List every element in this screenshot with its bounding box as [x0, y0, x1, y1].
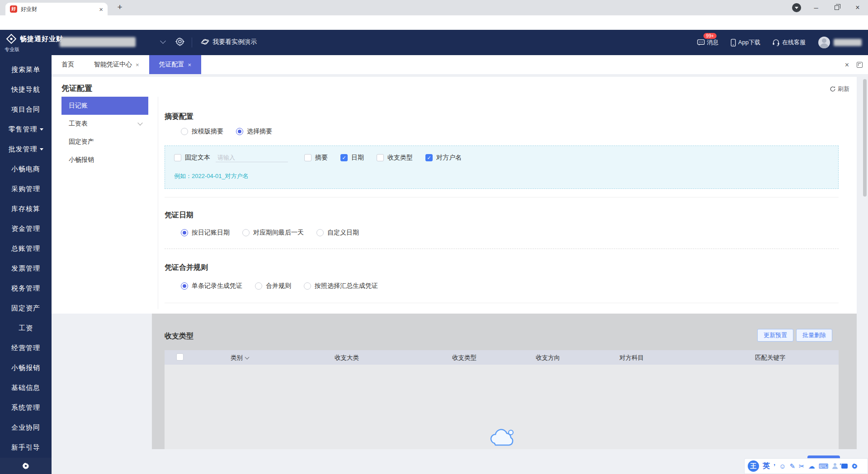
config-nav-payroll-sheet[interactable]: 工资表 [61, 115, 148, 133]
sidebar-gear-icon[interactable] [22, 462, 30, 470]
extension-indicator-icon[interactable] [792, 3, 801, 12]
refresh-label: 刷新 [838, 85, 849, 93]
minimize-button[interactable]: ─ [806, 0, 826, 15]
select-all-checkbox[interactable] [176, 353, 184, 361]
avatar[interactable] [818, 37, 830, 48]
sidebar-item-general-ledger[interactable]: 总账管理 [0, 239, 52, 258]
tab-home[interactable]: 首页 [52, 55, 84, 74]
radio-summary-by-selection[interactable]: 按照选择汇总生成凭证 [304, 282, 378, 290]
app-header: 畅捷通好业财 专业版 我要看实例演示 消息 99+ App下载 在线客服 [0, 30, 868, 55]
demo-link[interactable]: 我要看实例演示 [201, 38, 257, 46]
ime-cloud-icon[interactable]: ☁ [808, 462, 815, 470]
ime-language-toggle[interactable]: 英 [763, 461, 770, 471]
update-preset-button[interactable]: 更新预置 [757, 329, 793, 342]
ime-account-icon[interactable] [832, 463, 838, 469]
dropdown-triangle-icon [40, 128, 43, 131]
header-gear-icon[interactable] [175, 37, 184, 48]
voucher-date-title: 凭证日期 [165, 211, 193, 220]
checkbox-income-type[interactable]: 收支类型 [377, 154, 413, 162]
empty-state-cloud-icon [488, 428, 516, 449]
restore-button[interactable] [826, 0, 847, 15]
checkbox-icon [174, 154, 181, 161]
config-nav-expense[interactable]: 小畅报销 [61, 151, 148, 169]
radio-merge-rule[interactable]: 合并规则 [255, 282, 291, 290]
checkbox-icon [176, 353, 184, 361]
checkbox-icon [304, 154, 311, 161]
radio-template-summary[interactable]: 按模版摘要 [181, 127, 223, 136]
sidebar-item-search-menu[interactable]: 搜索菜单 [0, 60, 52, 80]
ime-settings-gear-icon[interactable] [851, 463, 858, 469]
header-divider [192, 38, 192, 47]
fullscreen-icon[interactable] [857, 62, 863, 68]
column-category[interactable]: 类别 [231, 354, 249, 362]
new-tab-button[interactable]: + [114, 2, 126, 14]
sidebar-item-system[interactable]: 系统管理 [0, 398, 52, 418]
support-link[interactable]: 在线客服 [772, 38, 806, 47]
checkbox-summary[interactable]: 摘要 [304, 154, 328, 162]
column-counter-account: 对方科目 [619, 354, 644, 362]
ime-scissors-icon[interactable]: ✂ [799, 462, 805, 470]
config-nav-journal[interactable]: 日记账 [61, 97, 148, 115]
summary-builder-box: 固定文本 摘要 日期 收支类型 对方户名 例如：2022-04-01_对方户名 [165, 145, 839, 189]
sidebar-item-payroll[interactable]: 工资 [0, 318, 52, 338]
sidebar-item-purchase[interactable]: 采购管理 [0, 179, 52, 199]
sidebar-item-expense[interactable]: 小畅报销 [0, 358, 52, 378]
ime-logo-icon[interactable]: 王 [748, 460, 759, 472]
sidebar-item-invoice[interactable]: 发票管理 [0, 258, 52, 278]
radio-single-record[interactable]: 单条记录生成凭证 [181, 282, 242, 290]
tab-close-icon[interactable]: × [99, 5, 103, 13]
radio-select-summary[interactable]: 选择摘要 [236, 127, 272, 136]
config-nav-fixed-assets[interactable]: 固定资产 [61, 133, 148, 151]
chanjet-logo-icon [5, 33, 17, 45]
sidebar-item-operations[interactable]: 经营管理 [0, 338, 52, 358]
company-caret-icon[interactable] [160, 38, 166, 44]
column-direction: 收支方向 [536, 354, 560, 362]
browser-tab-strip: 好 好业财 × + ─ × [0, 0, 868, 15]
radio-journal-date[interactable]: 按日记账日期 [181, 229, 230, 237]
sidebar-item-project-contract[interactable]: 项目合同 [0, 99, 52, 119]
tab-voucher-center[interactable]: 智能凭证中心× [84, 55, 149, 74]
tab-voucher-config[interactable]: 凭证配置× [149, 55, 202, 74]
company-selector-redacted[interactable] [60, 37, 136, 47]
tab-close-icon[interactable]: × [136, 61, 139, 68]
checkbox-fixed-text[interactable]: 固定文本 [174, 154, 210, 162]
headset-icon [772, 39, 780, 46]
sidebar-item-basic-info[interactable]: 基础信息 [0, 378, 52, 398]
sidebar-item-quick-nav[interactable]: 快捷导航 [0, 80, 52, 99]
tabs-close-all-icon[interactable]: × [845, 61, 849, 69]
app-download-link[interactable]: App下载 [731, 38, 760, 47]
radio-custom-date[interactable]: 自定义日期 [316, 229, 359, 237]
merge-rule-radio-group: 单条记录生成凭证 合并规则 按照选择汇总生成凭证 [181, 282, 391, 290]
column-major-class: 收支大类 [335, 354, 359, 362]
tab-close-icon[interactable]: × [188, 61, 192, 68]
sidebar-item-tax[interactable]: 税务管理 [0, 278, 52, 298]
ime-emoji-icon[interactable]: ☺ [779, 462, 786, 470]
chevron-down-icon [245, 355, 250, 360]
phone-icon [731, 39, 736, 47]
sidebar-item-ecommerce[interactable]: 小畅电商 [0, 159, 52, 179]
demo-planet-icon [201, 38, 209, 46]
ime-skin-icon[interactable] [841, 464, 848, 469]
sidebar-item-beginner-guide[interactable]: 新手引导 [0, 437, 52, 457]
radio-period-last-day[interactable]: 对应期间最后一天 [242, 229, 304, 237]
support-label: 在线客服 [782, 38, 806, 47]
checkbox-counterparty[interactable]: 对方户名 [425, 154, 462, 162]
browser-tab[interactable]: 好 好业财 × [5, 3, 108, 15]
sidebar-item-funds[interactable]: 资金管理 [0, 219, 52, 239]
fixed-text-input[interactable] [216, 153, 288, 162]
page-title: 凭证配置 [61, 83, 92, 94]
sidebar-item-inventory[interactable]: 库存核算 [0, 199, 52, 219]
checkbox-date[interactable]: 日期 [340, 154, 364, 162]
sidebar-item-wholesale[interactable]: 批发管理 [0, 139, 52, 159]
messages-link[interactable]: 消息 99+ [697, 38, 719, 47]
sidebar-item-fixed-assets[interactable]: 固定资产 [0, 298, 52, 318]
ime-keyboard-icon[interactable]: ⌨ [819, 462, 829, 470]
voucher-date-radio-group: 按日记账日期 对应期间最后一天 自定义日期 [181, 229, 372, 237]
sidebar-item-collaboration[interactable]: 企业协同 [0, 418, 52, 437]
ime-punctuation-icon[interactable]: ’ [774, 462, 775, 470]
ime-pen-icon[interactable]: ✎ [790, 462, 796, 470]
scrollbar-thumb[interactable] [863, 79, 867, 197]
sidebar-item-retail[interactable]: 零售管理 [0, 119, 52, 139]
close-button[interactable]: × [847, 0, 868, 15]
batch-delete-button[interactable]: 批量删除 [796, 329, 832, 342]
